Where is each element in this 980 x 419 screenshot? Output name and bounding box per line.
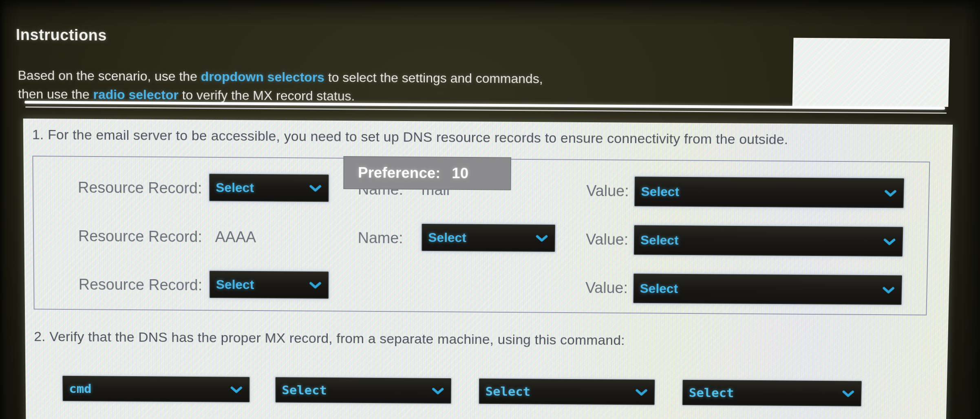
resource-record-label-2: Resource Record: <box>34 221 202 251</box>
command-select-3[interactable]: Select <box>479 379 655 405</box>
chevron-down-icon <box>883 286 895 294</box>
value-select-2[interactable]: Select <box>634 225 903 256</box>
intro-segment: to select the settings and commands, <box>324 70 543 86</box>
chevron-down-icon <box>309 281 322 289</box>
command-select-1[interactable]: cmd <box>62 376 249 402</box>
selected-value: Select <box>282 383 327 397</box>
chevron-down-icon <box>230 386 243 393</box>
resource-record-label-1: Resource Record: <box>33 172 202 203</box>
selected-value: Select <box>689 386 734 400</box>
resource-records-box: Resource Record: Select Name: mail Value… <box>32 156 930 315</box>
chevron-down-icon <box>883 238 896 245</box>
chevron-down-icon <box>309 184 322 192</box>
value-label-1: Value: <box>556 176 629 205</box>
value-select-1[interactable]: Select <box>634 176 904 208</box>
preference-value: 10 <box>452 165 468 182</box>
selected-value: Select <box>640 233 679 248</box>
resource-record-static-value-2: AAAA <box>210 223 256 252</box>
selected-value: Select <box>641 184 679 199</box>
dropdown-selectors-highlight: dropdown selectors <box>201 69 324 85</box>
radio-selector-highlight: radio selector <box>93 87 178 102</box>
selected-value: Select <box>216 180 254 195</box>
chevron-down-icon <box>636 388 648 396</box>
intro-segment: then use the <box>18 86 93 101</box>
chevron-down-icon <box>432 387 444 395</box>
value-select-3[interactable]: Select <box>633 273 902 305</box>
chevron-down-icon <box>842 390 854 397</box>
selected-value: Select <box>640 281 678 296</box>
name-label-2: Name: <box>358 223 403 252</box>
step2-instruction: 2. Verify that the DNS has the proper MX… <box>34 329 625 348</box>
resource-record-select-3[interactable]: Select <box>210 271 329 299</box>
selected-value: Select <box>486 384 531 399</box>
name-select-2[interactable]: Select <box>422 224 555 252</box>
value-label-3: Value: <box>555 273 628 302</box>
preference-label: Preference: <box>358 164 441 182</box>
blank-info-box <box>792 38 950 107</box>
chevron-down-icon <box>536 234 548 242</box>
value-label-2: Value: <box>555 225 628 254</box>
resource-record-label-3: Resource Record: <box>34 270 202 300</box>
command-select-4[interactable]: Select <box>682 380 862 406</box>
screen-content: Instructions Based on the scenario, use … <box>0 0 980 419</box>
selected-value: Select <box>428 230 466 245</box>
selected-value: Select <box>216 277 254 292</box>
preference-box: Preference: 10 <box>343 156 511 190</box>
resource-record-select-1[interactable]: Select <box>209 174 329 202</box>
page-title: Instructions <box>16 26 107 44</box>
chevron-down-icon <box>884 189 896 197</box>
command-select-2[interactable]: Select <box>276 377 451 404</box>
step1-instruction: 1. For the email server to be accessible… <box>32 127 788 148</box>
intro-segment: to verify the MX record status. <box>179 88 355 104</box>
task-panel: 1. For the email server to be accessible… <box>23 119 953 419</box>
intro-segment: Based on the scenario, use the <box>18 68 201 84</box>
selected-value: cmd <box>69 382 92 396</box>
